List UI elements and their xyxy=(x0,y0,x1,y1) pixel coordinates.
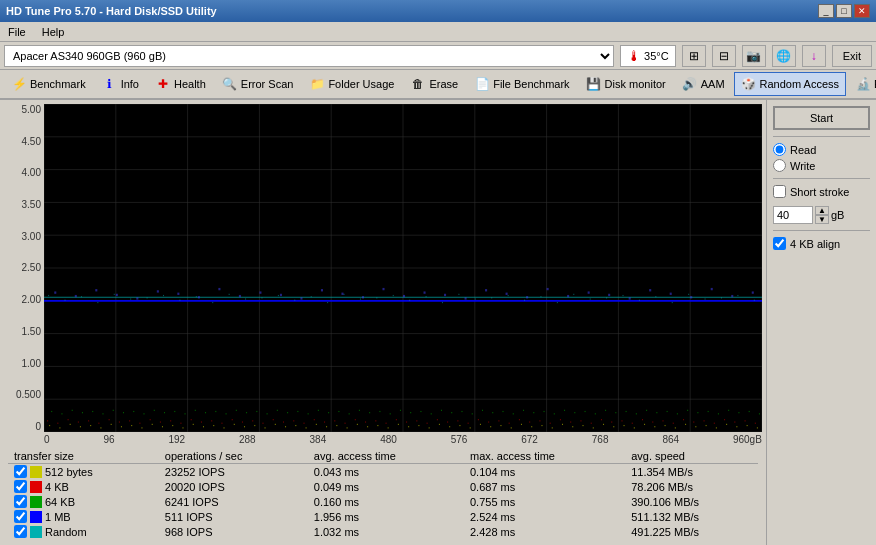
color-swatch-4 xyxy=(30,526,42,538)
svg-rect-252 xyxy=(327,302,328,303)
random-access-icon: 🎲 xyxy=(741,76,757,92)
svg-rect-237 xyxy=(81,296,82,297)
row-checkbox-4[interactable] xyxy=(14,525,27,538)
menu-bar: File Help xyxy=(0,22,876,42)
spin-down-button[interactable]: ▼ xyxy=(815,215,829,224)
svg-rect-240 xyxy=(130,298,131,299)
row-checkbox-3[interactable] xyxy=(14,510,27,523)
divider-1 xyxy=(773,136,870,137)
tab-extra-tests[interactable]: 🔬 Extra tests xyxy=(848,72,876,96)
divider-3 xyxy=(773,230,870,231)
chart-container: 5.00 4.50 4.00 3.50 3.00 2.50 2.00 1.50 … xyxy=(0,100,766,545)
svg-rect-72 xyxy=(531,426,532,427)
tab-health[interactable]: ✚ Health xyxy=(148,72,213,96)
close-button[interactable]: ✕ xyxy=(854,4,870,18)
folder-usage-icon: 📁 xyxy=(309,76,325,92)
short-stroke-checkbox[interactable] xyxy=(773,185,786,198)
svg-rect-96 xyxy=(57,423,58,424)
benchmark-icon: ⚡ xyxy=(11,76,27,92)
svg-rect-61 xyxy=(418,425,419,426)
icon-btn-3[interactable]: 📷 xyxy=(742,45,766,67)
svg-rect-171 xyxy=(113,410,114,411)
tab-benchmark[interactable]: ⚡ Benchmark xyxy=(4,72,93,96)
svg-rect-178 xyxy=(185,413,186,414)
tab-folder-usage[interactable]: 📁 Folder Usage xyxy=(302,72,401,96)
file-benchmark-icon: 📄 xyxy=(474,76,490,92)
svg-rect-208 xyxy=(492,412,493,413)
tab-error-scan[interactable]: 🔍 Error Scan xyxy=(215,72,301,96)
tab-random-access[interactable]: 🎲 Random Access xyxy=(734,72,846,96)
read-radio[interactable] xyxy=(773,143,786,156)
svg-rect-251 xyxy=(311,296,312,297)
stroke-value-input[interactable] xyxy=(773,206,813,224)
svg-rect-231 xyxy=(728,410,729,411)
health-icon: ✚ xyxy=(155,76,171,92)
svg-rect-89 xyxy=(706,425,707,426)
svg-rect-196 xyxy=(369,412,370,413)
svg-rect-304 xyxy=(567,295,569,297)
svg-rect-54 xyxy=(347,427,348,428)
icon-btn-5[interactable]: ↓ xyxy=(802,45,826,67)
tab-disk-monitor[interactable]: 💾 Disk monitor xyxy=(579,72,673,96)
svg-rect-79 xyxy=(603,424,604,425)
svg-rect-254 xyxy=(360,298,361,299)
icon-btn-4[interactable]: 🌐 xyxy=(772,45,796,67)
svg-rect-292 xyxy=(321,289,323,291)
svg-rect-219 xyxy=(605,410,606,411)
svg-rect-92 xyxy=(736,426,737,427)
svg-rect-293 xyxy=(341,293,343,295)
cell-avg-speed: 511.132 MB/s xyxy=(625,509,758,524)
svg-rect-159 xyxy=(704,420,705,421)
results-table: transfer size operations / sec avg. acce… xyxy=(8,449,758,539)
svg-rect-43 xyxy=(234,424,235,425)
cell-max-access: 2.524 ms xyxy=(464,509,625,524)
cell-max-access: 0.687 ms xyxy=(464,479,625,494)
svg-rect-228 xyxy=(697,412,698,413)
tab-erase[interactable]: 🗑 Erase xyxy=(403,72,465,96)
aam-icon: 🔊 xyxy=(682,76,698,92)
tab-aam[interactable]: 🔊 AAM xyxy=(675,72,732,96)
svg-rect-78 xyxy=(593,427,594,428)
exit-button[interactable]: Exit xyxy=(832,45,872,67)
col-max-access: max. access time xyxy=(464,449,625,464)
svg-rect-143 xyxy=(539,420,540,421)
svg-rect-215 xyxy=(564,410,565,411)
svg-rect-110 xyxy=(201,421,202,422)
row-checkbox-2[interactable] xyxy=(14,495,27,508)
start-button[interactable]: Start xyxy=(773,106,870,130)
menu-help[interactable]: Help xyxy=(38,25,69,39)
spin-up-button[interactable]: ▲ xyxy=(815,206,829,215)
svg-rect-195 xyxy=(359,410,360,411)
svg-rect-269 xyxy=(606,297,607,298)
icon-btn-2[interactable]: ⊟ xyxy=(712,45,736,67)
tab-info[interactable]: ℹ Info xyxy=(95,72,146,96)
svg-rect-106 xyxy=(160,421,161,422)
svg-rect-65 xyxy=(459,425,460,426)
align-checkbox-label[interactable]: 4 KB align xyxy=(773,237,870,250)
read-radio-label[interactable]: Read xyxy=(773,143,870,156)
svg-rect-263 xyxy=(508,295,509,296)
cell-avg-access: 0.043 ms xyxy=(308,464,464,480)
minimize-button[interactable]: _ xyxy=(818,4,834,18)
svg-rect-146 xyxy=(570,421,571,422)
tab-file-benchmark[interactable]: 📄 File Benchmark xyxy=(467,72,576,96)
row-checkbox-0[interactable] xyxy=(14,465,27,478)
tab-benchmark-label: Benchmark xyxy=(30,78,86,90)
menu-file[interactable]: File xyxy=(4,25,30,39)
icon-btn-1[interactable]: ⊞ xyxy=(682,45,706,67)
svg-rect-307 xyxy=(629,297,631,299)
align-checkbox[interactable] xyxy=(773,237,786,250)
svg-rect-139 xyxy=(498,420,499,421)
svg-rect-278 xyxy=(754,300,755,301)
write-radio[interactable] xyxy=(773,159,786,172)
write-radio-label[interactable]: Write xyxy=(773,159,870,172)
device-select[interactable]: Apacer AS340 960GB (960 gB) xyxy=(4,45,614,67)
svg-rect-104 xyxy=(139,423,140,424)
svg-rect-206 xyxy=(472,413,473,414)
svg-rect-288 xyxy=(239,295,241,297)
extra-tests-icon: 🔬 xyxy=(855,76,871,92)
svg-rect-120 xyxy=(304,423,305,424)
row-checkbox-1[interactable] xyxy=(14,480,27,493)
short-stroke-checkbox-label[interactable]: Short stroke xyxy=(773,185,870,198)
maximize-button[interactable]: □ xyxy=(836,4,852,18)
